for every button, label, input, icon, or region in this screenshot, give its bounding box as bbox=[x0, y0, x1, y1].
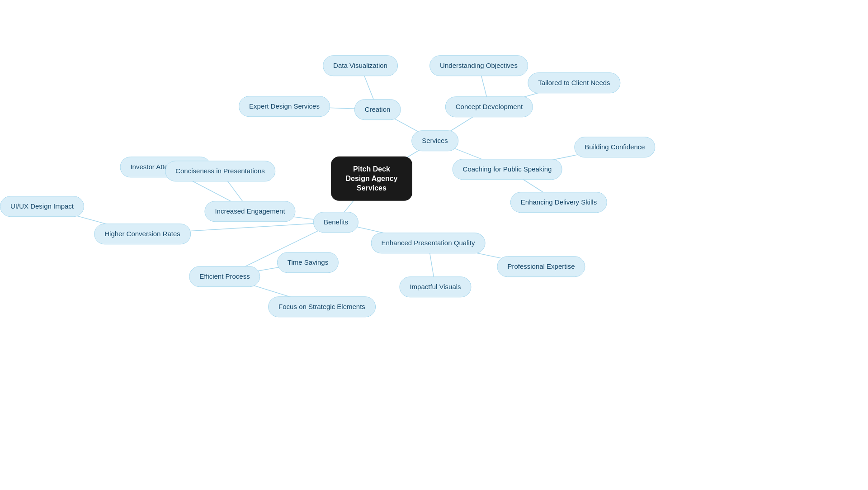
node-benefits[interactable]: Benefits bbox=[313, 212, 359, 233]
node-enhancing[interactable]: Enhancing Delivery Skills bbox=[510, 192, 607, 213]
node-uiux[interactable]: UI/UX Design Impact bbox=[0, 196, 84, 217]
node-conciseness[interactable]: Conciseness in Presentations bbox=[165, 161, 275, 181]
node-services[interactable]: Services bbox=[411, 130, 458, 151]
node-efficient[interactable]: Efficient Process bbox=[189, 266, 260, 287]
node-concept-dev[interactable]: Concept Development bbox=[445, 96, 533, 117]
node-professional[interactable]: Professional Expertise bbox=[497, 256, 585, 277]
node-expert-design[interactable]: Expert Design Services bbox=[239, 96, 330, 117]
node-higher-conv[interactable]: Higher Conversion Rates bbox=[94, 224, 191, 244]
node-increased-eng[interactable]: Increased Engagement bbox=[204, 201, 295, 222]
node-building-conf[interactable]: Building Confidence bbox=[574, 137, 655, 157]
mindmap-container: Pitch Deck Design Agency ServicesService… bbox=[0, 0, 868, 490]
node-focus-strategic[interactable]: Focus on Strategic Elements bbox=[268, 296, 376, 317]
center-node[interactable]: Pitch Deck Design Agency Services bbox=[331, 157, 412, 201]
node-coaching[interactable]: Coaching for Public Speaking bbox=[453, 159, 562, 180]
node-data-viz[interactable]: Data Visualization bbox=[323, 55, 398, 76]
node-tailored[interactable]: Tailored to Client Needs bbox=[528, 72, 620, 93]
node-enhanced-pq[interactable]: Enhanced Presentation Quality bbox=[371, 233, 486, 253]
node-understanding[interactable]: Understanding Objectives bbox=[429, 55, 528, 76]
node-time-savings[interactable]: Time Savings bbox=[277, 252, 339, 273]
node-impactful[interactable]: Impactful Visuals bbox=[399, 276, 471, 297]
node-creation[interactable]: Creation bbox=[354, 99, 401, 120]
